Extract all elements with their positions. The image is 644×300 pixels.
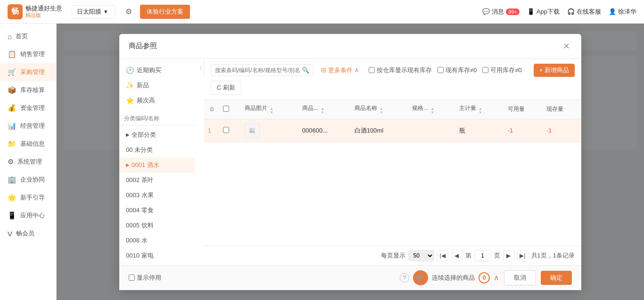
sidebar-item-enterprise[interactable]: 🏢 企业协同 (0, 171, 56, 189)
page-size-select[interactable]: 102050100 (408, 250, 434, 261)
refresh-button[interactable]: C 刷新 (211, 81, 241, 95)
show-disabled-checkbox[interactable]: 显示停用 (129, 274, 161, 282)
confirm-button[interactable]: 确定 (541, 271, 572, 285)
sidebar-item-apps[interactable]: 📱 应用中心 (0, 207, 56, 225)
category-item-0005[interactable]: 0005 饮料 (119, 218, 195, 233)
product-toolbar: 🔍 ⊟ 更多条件 ∧ 按仓库显示现有库存 (204, 59, 581, 100)
sidebar-item-basic[interactable]: 📁 基础信息 (0, 135, 56, 153)
show-stock-checkbox[interactable]: 按仓库显示现有库存 (369, 66, 432, 75)
collapse-panel-button[interactable]: 《 (195, 59, 204, 78)
avatar: 👤 (609, 8, 616, 15)
sidebar-item-purchase[interactable]: 🛒 采购管理 (0, 63, 56, 81)
logo-icon: 畅 (8, 4, 23, 19)
row-checkbox-cell[interactable] (219, 119, 241, 142)
next-page-button[interactable]: ▶ (503, 250, 514, 261)
row-num-cell: 1 (204, 119, 219, 142)
trial-button[interactable]: 体验行业方案 (140, 5, 190, 19)
product-thumbnail (245, 123, 260, 138)
star-icon: ⭐ (126, 97, 134, 104)
stock-not-zero-input[interactable] (438, 67, 444, 73)
page-number-input[interactable] (474, 250, 491, 261)
sidebar-item-operations[interactable]: 📊 经营管理 (0, 117, 56, 135)
sidebar-item-guide[interactable]: 🌟 新手引导 (0, 189, 56, 207)
recent-purchases-item[interactable]: 🕐 近期购买 (119, 63, 195, 78)
frequent-item[interactable]: ⭐ 频次高 (119, 93, 195, 108)
clock-icon: 🕐 (126, 67, 134, 74)
finance-icon: 💰 (8, 104, 17, 112)
message-button[interactable]: 💬 消息 99+ (482, 8, 520, 16)
available-not-zero-input[interactable] (482, 67, 488, 73)
more-filter-button[interactable]: ⊟ 更多条件 ∧ (317, 64, 363, 76)
content-area: 商品参照 ✕ 🕐 近期购买 (57, 24, 644, 300)
table-row[interactable]: 1 (204, 119, 581, 142)
logo-text: 畅捷通好生意 精品版 (25, 5, 62, 18)
system-icon: ⚙ (8, 158, 14, 166)
row-unit-cell: 瓶 (455, 119, 504, 142)
product-search-icon[interactable]: 🔍 (302, 67, 309, 74)
column-spec: 规格... ▲▼ (408, 100, 455, 119)
pagination: 每页显示 102050100 |◀ ◀ 第 页 ▶ ▶| 共1页，1条记录 (204, 246, 581, 265)
category-item-00[interactable]: 00 未分类 (119, 142, 195, 158)
modal-overlay: 商品参照 ✕ 🕐 近期购买 (57, 24, 644, 300)
online-service-button[interactable]: 🎧 在线客服 (567, 8, 601, 16)
sidebar-item-system[interactable]: ⚙ 系统管理 (0, 153, 56, 171)
column-stock: 现存量 (543, 100, 581, 119)
product-search-box: 🔍 (211, 64, 314, 76)
row-code-cell: 000600... (298, 119, 351, 142)
prev-page-button[interactable]: ◀ (451, 250, 462, 261)
table-body: 1 (204, 119, 581, 142)
column-image: 商品图片 ▲▼ (241, 100, 298, 119)
show-stock-input[interactable] (369, 67, 375, 73)
svg-rect-0 (249, 128, 255, 133)
footer-left: 显示停用 (129, 274, 161, 282)
select-all-checkbox[interactable] (223, 106, 229, 112)
apps-icon: 📱 (8, 211, 17, 220)
category-item-0002[interactable]: 0002 茶叶 (119, 173, 195, 188)
chevron-up-icon[interactable]: ∧ (494, 273, 499, 282)
sort-code-icon: ▲▼ (321, 107, 324, 115)
row-checkbox[interactable] (223, 127, 229, 133)
column-settings[interactable]: ⚙ (204, 100, 219, 119)
stock-not-zero-checkbox[interactable]: 现有库存≠0 (438, 66, 477, 75)
category-item-0001[interactable]: ▶ 0001 酒水 (119, 158, 195, 173)
sidebar-item-home[interactable]: ⌂ 首页 (0, 27, 56, 45)
new-products-item[interactable]: ✨ 新品 (119, 78, 195, 93)
cancel-button[interactable]: 取消 (504, 270, 536, 285)
app-download-button[interactable]: 📱 App下载 (527, 8, 560, 16)
row-name-cell: 白酒100ml (351, 119, 408, 142)
user-profile[interactable]: 👤 徐泽华 (609, 8, 636, 16)
table-settings-icon[interactable]: ⚙ (209, 106, 215, 113)
sidebar-item-member[interactable]: V 畅会员 (0, 225, 56, 242)
main-layout: ⌂ 首页 📋 销售管理 🛒 采购管理 📦 库存核算 💰 资金管理 📊 经营管理 … (0, 24, 644, 300)
product-search-input[interactable] (215, 67, 300, 74)
new-icon: ✨ (126, 82, 134, 89)
category-item-0003[interactable]: 0003 水果 (119, 188, 195, 203)
sidebar-item-sales[interactable]: 📋 销售管理 (0, 45, 56, 63)
last-page-button[interactable]: ▶| (517, 250, 528, 261)
store-selector[interactable]: 日太阳膜 ▾ (72, 5, 116, 18)
category-item-0004[interactable]: 0004 零食 (119, 203, 195, 218)
show-disabled-input[interactable] (129, 275, 135, 281)
cart-button[interactable]: 🛒 (413, 270, 428, 285)
modal-close-button[interactable]: ✕ (561, 41, 572, 52)
available-not-zero-checkbox[interactable]: 可用库存≠0 (482, 66, 521, 75)
row-available-cell: -1 (504, 119, 543, 142)
category-item-all[interactable]: ▶ 全部分类 (119, 127, 195, 142)
product-reference-modal: 商品参照 ✕ 🕐 近期购买 (119, 34, 581, 290)
sidebar-item-inventory[interactable]: 📦 库存核算 (0, 81, 56, 99)
chevron-down-icon: ▾ (104, 8, 107, 15)
expand-arrow-icon: ▶ (126, 132, 130, 137)
recent-section: 🕐 近期购买 ✨ 新品 ⭐ 频次高 (119, 59, 195, 112)
settings-button[interactable]: ⚙ (121, 4, 136, 19)
chevron-up-icon: ∧ (355, 67, 359, 74)
sidebar-item-finance[interactable]: 💰 资金管理 (0, 99, 56, 117)
first-page-button[interactable]: |◀ (437, 250, 448, 261)
phone-icon: 📱 (527, 8, 535, 15)
category-item-0008[interactable]: 0008 水 (119, 233, 195, 248)
filter-icon: ⊟ (321, 67, 326, 74)
help-icon[interactable]: ? (400, 273, 409, 283)
category-item-0010[interactable]: 0010 家电 (119, 248, 195, 263)
add-product-button[interactable]: + 新增商品 (534, 64, 575, 77)
basic-icon: 📁 (8, 140, 17, 148)
category-search-input[interactable] (124, 115, 195, 122)
